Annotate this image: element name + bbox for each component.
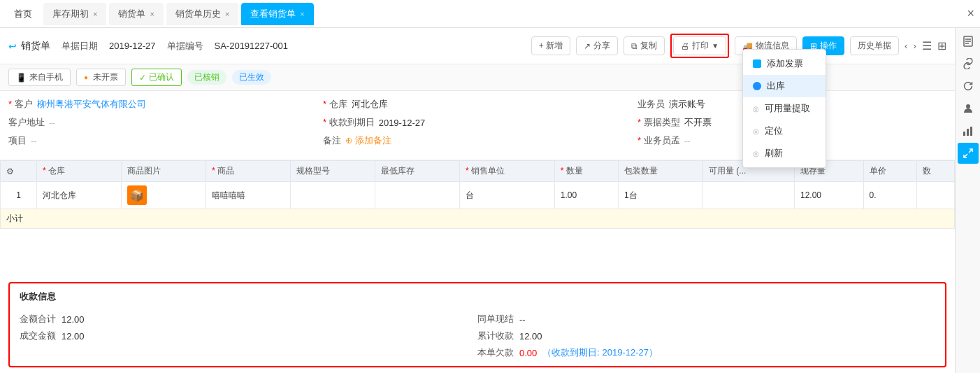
current-owed-label: 本单欠款 bbox=[477, 346, 514, 359]
due-date-value: 2019-12-27 bbox=[379, 118, 426, 128]
sidebar-icon-link[interactable] bbox=[958, 53, 979, 74]
bottom-info-left: 金额合计 12.00 成交金额 12.00 bbox=[20, 313, 477, 359]
refresh-label: 刷新 bbox=[765, 147, 783, 160]
amount-total-row: 金额合计 12.00 bbox=[20, 313, 477, 325]
app-close-button[interactable]: × bbox=[967, 6, 974, 21]
due-note: （收款到期日: 2019-12-27） bbox=[542, 346, 658, 359]
doc-actions: + 新增 ↗ 分享 ⧉ 复制 🖨 打印 ▼ 🚚 bbox=[531, 34, 946, 58]
copy-icon: ⧉ bbox=[631, 41, 637, 51]
tab-sales-order[interactable]: 销货单 × bbox=[109, 3, 163, 25]
number-label: 单据编号 bbox=[167, 40, 203, 52]
address-field: 客户地址 -- bbox=[8, 116, 317, 129]
warehouse-field: 仓库 河北仓库 bbox=[323, 98, 632, 111]
ticket-type-value: 不开票 bbox=[684, 116, 712, 129]
refresh-icon: ◎ bbox=[753, 150, 759, 157]
row-img: 📦 bbox=[122, 182, 206, 209]
items-table: ⚙ 仓库 商品图片 商品 规格型号 最低库存 销售单位 数量 包装数量 可用量 … bbox=[0, 160, 955, 229]
note-label: 备注 bbox=[323, 134, 341, 147]
view-grid-button[interactable]: ☰ bbox=[922, 39, 932, 52]
row-pack-qty: 1台 bbox=[619, 182, 703, 209]
confirm-button[interactable]: ✓ 已确认 bbox=[131, 69, 182, 86]
add-note-btn[interactable]: ⊕ 添加备注 bbox=[345, 134, 391, 147]
number-value: SA-20191227-001 bbox=[215, 41, 289, 51]
col-unit: 销售单位 bbox=[459, 161, 554, 182]
tab-view-sales-close[interactable]: × bbox=[300, 10, 304, 18]
dropdown-available-qty[interactable]: ◎ 可用量提取 bbox=[743, 97, 826, 120]
total-received-value: 12.00 bbox=[519, 331, 542, 342]
customer-field: 客户 柳州粤港平安气体有限公司 bbox=[8, 98, 317, 111]
history-label: 历史单据 bbox=[858, 40, 891, 52]
from-phone-button[interactable]: 📱 来自手机 bbox=[8, 69, 71, 86]
tab-sales-order-close[interactable]: × bbox=[150, 10, 154, 18]
copy-button[interactable]: ⧉ 复制 bbox=[624, 36, 665, 55]
not-open-button[interactable]: 未开票 bbox=[76, 69, 126, 86]
new-button[interactable]: + 新增 bbox=[531, 36, 570, 55]
sidebar-icon-chart[interactable] bbox=[958, 120, 979, 141]
doc-icon: ↩ bbox=[8, 41, 17, 52]
product-image: 📦 bbox=[127, 185, 147, 205]
same-order-row: 同单现结 -- bbox=[477, 313, 935, 325]
doc-title-text: 销货单 bbox=[21, 40, 50, 52]
share-label: 分享 bbox=[593, 40, 610, 52]
salesperson-value: -- bbox=[684, 136, 691, 146]
history-button[interactable]: 历史单据 bbox=[850, 36, 899, 55]
print-icon: 🖨 bbox=[681, 41, 689, 51]
tab-sales-history-label: 销货单历史 bbox=[175, 8, 221, 20]
operator-value: 演示账号 bbox=[669, 98, 705, 111]
total-received-label: 累计收款 bbox=[477, 330, 514, 342]
tab-sales-order-label: 销货单 bbox=[118, 8, 145, 20]
dropdown-location[interactable]: ◎ 定位 bbox=[743, 120, 826, 142]
customer-label: 客户 bbox=[8, 98, 33, 111]
operations-dropdown: 添加发票 出库 ◎ 可用量提取 ◎ 定位 ◎ 刷新 bbox=[742, 49, 826, 168]
warehouse-label: 仓库 bbox=[323, 98, 347, 111]
customer-value[interactable]: 柳州粤港平安气体有限公司 bbox=[37, 98, 146, 111]
row-warehouse: 河北仓库 bbox=[37, 182, 122, 209]
doc-title: ↩ 销货单 bbox=[8, 40, 50, 52]
share-button[interactable]: ↗ 分享 bbox=[576, 36, 618, 55]
bottom-info-title: 收款信息 bbox=[20, 290, 935, 303]
available-qty-label: 可用量提取 bbox=[765, 102, 810, 115]
tab-sales-history[interactable]: 销货单历史 × bbox=[166, 3, 238, 25]
bottom-info: 收款信息 金额合计 12.00 成交金额 12.00 同单现结 -- 累计收款 bbox=[8, 282, 946, 367]
table-container: ⚙ 仓库 商品图片 商品 规格型号 最低库存 销售单位 数量 包装数量 可用量 … bbox=[0, 160, 955, 276]
tab-bar: 首页 库存期初 × 销货单 × 销货单历史 × 查看销货单 × × bbox=[0, 0, 980, 28]
sidebar-icon-user[interactable] bbox=[958, 98, 979, 119]
not-open-label: 未开票 bbox=[93, 71, 118, 83]
row-qty: 1.00 bbox=[554, 182, 618, 209]
status-effect: 已生效 bbox=[232, 70, 271, 85]
next-doc-button[interactable]: › bbox=[914, 41, 916, 51]
dropdown-add-invoice[interactable]: 添加发票 bbox=[743, 52, 826, 75]
col-pack-qty: 包装数量 bbox=[619, 161, 703, 182]
sidebar-icon-doc[interactable] bbox=[958, 31, 979, 52]
row-unit: 台 bbox=[459, 182, 554, 209]
available-qty-icon: ◎ bbox=[753, 105, 759, 113]
current-owed-value: 0.00 bbox=[519, 348, 537, 358]
tab-inventory-init[interactable]: 库存期初 × bbox=[43, 3, 106, 25]
status-sold: 已核销 bbox=[187, 70, 226, 85]
project-field: 项目 -- bbox=[8, 134, 317, 147]
location-label: 定位 bbox=[765, 125, 783, 137]
tab-sales-history-close[interactable]: × bbox=[225, 10, 229, 18]
deal-amount-value: 12.00 bbox=[62, 331, 85, 342]
prev-doc-button[interactable]: ‹ bbox=[905, 41, 907, 51]
due-date-label: 收款到期日 bbox=[323, 116, 375, 129]
tab-view-sales[interactable]: 查看销货单 × bbox=[241, 3, 313, 25]
subtotal-row: 小计 bbox=[1, 209, 955, 229]
print-button[interactable]: 🖨 打印 ▼ bbox=[673, 36, 726, 55]
product-img-icon: 📦 bbox=[130, 189, 144, 202]
print-highlight-box: 🖨 打印 ▼ bbox=[670, 34, 729, 58]
view-table-button[interactable]: ⊞ bbox=[937, 39, 946, 52]
dropdown-out-stock[interactable]: 出库 bbox=[743, 75, 826, 97]
sidebar-icon-expand[interactable] bbox=[958, 143, 979, 164]
tab-inventory-init-close[interactable]: × bbox=[93, 10, 97, 18]
col-img: 商品图片 bbox=[122, 161, 206, 182]
col-gear: ⚙ bbox=[1, 161, 37, 182]
tab-home[interactable]: 首页 bbox=[6, 3, 41, 25]
col-min-stock: 最低库存 bbox=[375, 161, 459, 182]
svg-rect-5 bbox=[963, 132, 965, 136]
svg-rect-6 bbox=[967, 129, 969, 136]
dropdown-refresh[interactable]: ◎ 刷新 bbox=[743, 142, 826, 164]
row-min-stock bbox=[375, 182, 459, 209]
warehouse-value: 河北仓库 bbox=[352, 98, 388, 111]
sidebar-icon-refresh[interactable] bbox=[958, 76, 979, 97]
